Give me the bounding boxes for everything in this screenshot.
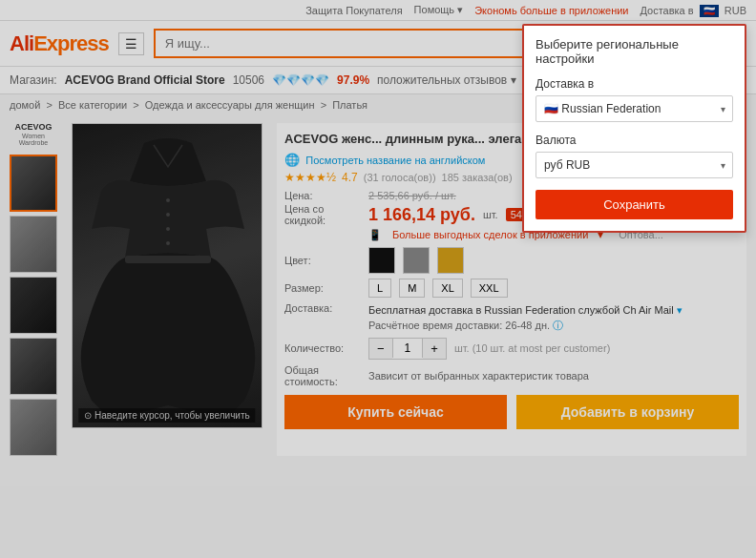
country-select-wrap: 🇷🇺 Russian Federation 🇺🇸 United States 🇩… xyxy=(536,95,733,122)
currency-section-label: Валюта xyxy=(536,134,733,147)
currency-select-wrap: руб RUB USD EUR GBP ▾ xyxy=(536,152,733,178)
country-select[interactable]: 🇷🇺 Russian Federation 🇺🇸 United States 🇩… xyxy=(536,95,733,122)
currency-select[interactable]: руб RUB USD EUR GBP xyxy=(536,152,733,178)
delivery-section-label: Доставка в xyxy=(536,77,733,91)
popup-title: Выберите региональные настройки xyxy=(536,37,733,66)
popup-save-button[interactable]: Сохранить xyxy=(536,190,733,219)
regional-settings-popup: Выберите региональные настройки Доставка… xyxy=(522,24,746,233)
popup-overlay[interactable]: Выберите региональные настройки Доставка… xyxy=(0,0,756,558)
